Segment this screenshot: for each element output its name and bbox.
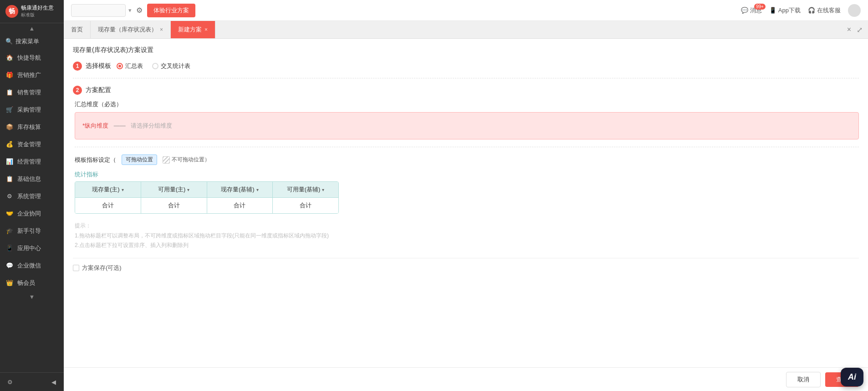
tab-home[interactable]: 首页 [64,21,91,38]
tips-box: 提示： 1.拖动标题栏可以调整布局，不可跨维度或指标区域拖动栏目字段(只能在同一… [75,221,859,251]
sidebar-nav-label: 应用中心 [17,244,41,252]
stats-col-3[interactable]: 现存量(基辅) ▾ [207,182,273,197]
radio-cross-label: 交叉统计表 [161,62,190,70]
topbar-dropdown-icon[interactable]: ▾ [128,7,132,14]
section1-title: 选择模板 [86,62,111,70]
section2-header: 2 方案配置 [73,86,859,95]
home-icon: 🏠 [5,54,14,62]
radio-cross-table[interactable]: 交叉统计表 [152,62,190,70]
online-service-button[interactable]: 🎧 在线客服 [808,6,841,15]
app-logo-icon: 畅 [5,5,18,18]
indicator-setting: 模板指标设定（ 可拖动位置 不可拖动位置） [75,154,859,165]
sidebar-nav-label: 企业协同 [17,210,41,218]
topbar-gear-icon[interactable]: ⚙ [136,6,143,15]
sidebar-item-app-center[interactable]: 📱 应用中心 [0,240,64,257]
download-icon: 📱 [769,7,776,14]
dimension-config-box: *纵向维度 —— 请选择分组维度 [75,112,859,139]
message-button[interactable]: 💬 消息 99+ [741,6,762,15]
tips-title: 提示： [75,222,91,229]
sidebar-item-search[interactable]: 🔍 搜索菜单 [0,34,64,49]
stats-cell-1: 合计 [75,198,141,213]
money-icon: 💰 [5,140,14,149]
tab-inventory-close[interactable]: × [160,26,163,33]
sidebar-item-finance[interactable]: 💰 资金管理 [0,136,64,153]
section1-header: 1 选择模板 汇总表 交叉统计表 [73,62,859,71]
sidebar-nav-label: 快捷导航 [17,54,41,62]
template-radio-group: 汇总表 交叉统计表 [117,62,190,70]
sidebar-scroll-down[interactable]: ▼ [0,292,64,302]
mobile-icon: 📱 [5,244,14,252]
sidebar-scroll-up[interactable]: ▲ [0,23,64,34]
save-checkbox[interactable] [73,265,79,271]
stats-col-4[interactable]: 可用量(基辅) ▾ [273,182,338,197]
tab-new-plan[interactable]: 新建方案 × [171,21,215,38]
sidebar-item-enterprise[interactable]: 🤝 企业协同 [0,205,64,222]
wechat-icon: 💬 [5,262,14,270]
collapse-icon[interactable]: ◀ [49,377,58,386]
tab-new-plan-close[interactable]: × [204,26,208,33]
topbar-input-area: ▾ [71,4,132,17]
app-edition: 标准版 [21,12,54,18]
sidebar-nav-label: 营销推广 [17,71,41,79]
sidebar-nav-label: 畅会员 [17,279,35,287]
app-name: 畅康通好生意 [21,5,54,12]
settings-icon[interactable]: ⚙ [5,377,15,386]
handshake-icon: 🤝 [5,210,14,218]
stats-col-4-label: 可用量(基辅) [287,185,321,194]
stats-col-2[interactable]: 可用量(主) ▾ [141,182,207,197]
save-option: 方案保存(可选) [73,258,859,272]
vertical-dim-placeholder[interactable]: 请选择分组维度 [131,122,172,129]
sidebar-nav-label: 新手引导 [17,227,41,235]
stats-col-1[interactable]: 现存量(主) ▾ [75,182,141,197]
sidebar-item-newbie[interactable]: 🎓 新手引导 [0,222,64,240]
save-option-label: 方案保存(可选) [82,264,122,272]
sidebar-item-system[interactable]: ⚙ 系统管理 [0,188,64,205]
stats-col-3-arrow: ▾ [256,187,259,192]
sidebar-item-enterprise-wechat[interactable]: 💬 企业微信 [0,257,64,274]
main-area: ▾ ⚙ 体验行业方案 💬 消息 99+ 📱 App下载 🎧 在线客服 首页 现 [64,0,868,391]
sidebar-item-quick-nav[interactable]: 🏠 快捷导航 [0,49,64,67]
ai-label: Ai [848,372,856,381]
gift-icon: 🎁 [5,71,14,79]
app-download-button[interactable]: 📱 App下载 [769,6,801,15]
divider-2 [75,147,859,147]
stats-col-4-arrow: ▾ [322,187,324,192]
cancel-button[interactable]: 取消 [786,372,821,387]
sidebar-item-member[interactable]: 👑 畅会员 [0,274,64,292]
vertical-dim-dash: —— [114,122,128,129]
radio-summary-circle [117,63,123,69]
headset-icon: 🎧 [808,7,815,14]
expand-window-icon[interactable]: ⤢ [855,24,864,36]
sidebar-nav-label: 库存核算 [17,123,41,131]
sidebar-item-operations[interactable]: 📊 经营管理 [0,153,64,170]
sidebar-nav-label: 企业微信 [17,262,41,270]
sidebar-nav-label: 资金管理 [17,140,41,149]
tab-inventory-label: 现存量（库存状况表） [98,26,157,34]
section1-number: 1 [73,62,82,71]
topbar-search-input[interactable] [71,4,126,17]
stats-table-header: 现存量(主) ▾ 可用量(主) ▾ 现存量(基辅) ▾ [75,182,338,197]
user-avatar[interactable] [848,4,861,17]
stats-col-1-arrow: ▾ [122,187,124,192]
close-window-icon[interactable]: × [845,24,853,36]
sidebar-item-sales[interactable]: 📋 销售管理 [0,84,64,101]
radio-summary-table[interactable]: 汇总表 [117,62,143,70]
sidebar-item-purchase[interactable]: 🛒 采购管理 [0,101,64,118]
stats-cell-2: 合计 [141,198,207,213]
tip-1: 1.拖动标题栏可以调整布局，不可跨维度或指标区域拖动栏目字段(只能在同一维度或指… [75,231,859,241]
sidebar-item-basic[interactable]: 📋 基础信息 [0,170,64,188]
info-icon: 📋 [5,175,14,183]
ai-bubble[interactable]: Ai [841,368,863,386]
box-icon: 📦 [5,123,14,131]
sidebar-item-marketing[interactable]: 🎁 营销推广 [0,67,64,84]
sidebar-item-inventory[interactable]: 📦 库存核算 [0,118,64,136]
sidebar-footer: ⚙ ◀ [0,372,64,391]
dimension-label: 汇总维度（必选） [75,100,859,108]
tip-2: 2.点击标题栏下拉可设置排序、插入列和删除列 [75,241,859,251]
app-download-label: App下载 [778,6,801,15]
trial-button[interactable]: 体验行业方案 [147,4,195,17]
stats-col-1-label: 现存量(主) [92,185,120,194]
not-draggable-tag: 不可拖动位置） [163,156,210,164]
message-badge: 99+ [754,4,766,10]
tab-inventory[interactable]: 现存量（库存状况表） × [91,21,171,38]
